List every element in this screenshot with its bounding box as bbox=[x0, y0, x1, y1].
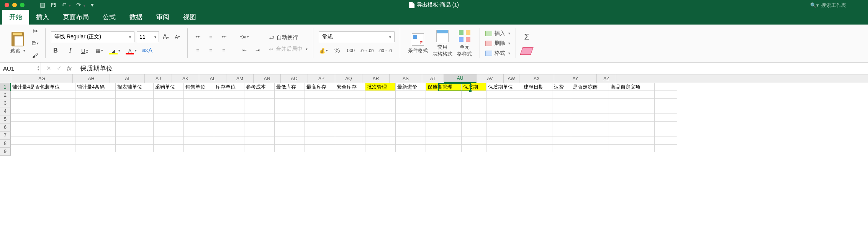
cell-AU6[interactable] bbox=[486, 122, 522, 129]
row-header-4[interactable]: 4 bbox=[0, 107, 11, 115]
cell-AU8[interactable] bbox=[486, 137, 522, 145]
cell-AU4[interactable] bbox=[486, 106, 522, 114]
cut-button[interactable]: ✂ bbox=[31, 26, 40, 36]
cell-AR8[interactable] bbox=[396, 137, 426, 145]
column-header-AT[interactable]: AT bbox=[422, 74, 444, 83]
align-right-button[interactable]: ≡ bbox=[219, 45, 228, 54]
cell-AU3[interactable] bbox=[486, 99, 522, 106]
cell-AJ4[interactable] bbox=[154, 106, 184, 114]
cell-AN2[interactable] bbox=[275, 91, 305, 99]
cell-AG9[interactable] bbox=[11, 145, 75, 152]
tab-审阅[interactable]: 审阅 bbox=[149, 10, 176, 25]
cell-AM4[interactable] bbox=[244, 106, 275, 114]
cell-AG3[interactable] bbox=[11, 99, 75, 106]
cell-AL5[interactable] bbox=[214, 114, 244, 122]
cell-AZ2[interactable] bbox=[655, 91, 677, 99]
cell-AN4[interactable] bbox=[275, 106, 305, 114]
cell-AJ6[interactable] bbox=[154, 122, 184, 129]
borders-button[interactable]: ▦ ▾ bbox=[95, 46, 104, 55]
percent-button[interactable]: % bbox=[332, 46, 342, 55]
cell-AX8[interactable] bbox=[571, 137, 609, 145]
cell-AJ7[interactable] bbox=[154, 129, 184, 137]
column-header-AO[interactable]: AO bbox=[281, 74, 308, 83]
cell-AO1[interactable]: 最高库存 bbox=[305, 83, 335, 91]
cell-AS8[interactable] bbox=[426, 137, 462, 145]
cell-AM8[interactable] bbox=[244, 137, 275, 145]
cell-AM5[interactable] bbox=[244, 114, 275, 122]
cell-AJ9[interactable] bbox=[154, 145, 184, 152]
decrease-font-button[interactable]: A▾ bbox=[173, 32, 182, 41]
search-input[interactable] bbox=[821, 2, 864, 8]
align-middle-button[interactable]: ≡ bbox=[206, 32, 215, 41]
cell-AT1[interactable]: 保质期 bbox=[462, 83, 486, 91]
delete-cells-button[interactable]: 删除 ▾ bbox=[485, 40, 510, 47]
column-header-AY[interactable]: AY bbox=[554, 74, 597, 83]
cell-AR3[interactable] bbox=[396, 99, 426, 106]
close-window-button[interactable] bbox=[5, 3, 9, 7]
align-top-button[interactable]: ⬴ bbox=[193, 32, 202, 41]
cell-AJ1[interactable]: 采购单位 bbox=[154, 83, 184, 91]
tab-公式[interactable]: 公式 bbox=[96, 10, 123, 25]
underline-button[interactable]: U ▾ bbox=[80, 46, 89, 55]
cell-AP1[interactable]: 安全库存 bbox=[335, 83, 365, 91]
column-header-AX[interactable]: AX bbox=[519, 74, 554, 83]
cell-AK4[interactable] bbox=[184, 106, 214, 114]
cell-AR9[interactable] bbox=[396, 145, 426, 152]
cell-AS9[interactable] bbox=[426, 145, 462, 152]
cell-AH3[interactable] bbox=[75, 99, 116, 106]
cell-AI4[interactable] bbox=[116, 106, 154, 114]
cell-AQ7[interactable] bbox=[365, 129, 396, 137]
cell-AY7[interactable] bbox=[609, 129, 655, 137]
cell-AI8[interactable] bbox=[116, 137, 154, 145]
cell-AU1[interactable]: 保质期单位 bbox=[486, 83, 522, 91]
cell-AJ3[interactable] bbox=[154, 99, 184, 106]
cell-AO6[interactable] bbox=[305, 122, 335, 129]
cell-AH9[interactable] bbox=[75, 145, 116, 152]
cell-AP4[interactable] bbox=[335, 106, 365, 114]
cell-AO9[interactable] bbox=[305, 145, 335, 152]
cell-AT4[interactable] bbox=[462, 106, 486, 114]
fx-icon[interactable]: fx bbox=[67, 65, 72, 72]
format-as-table-button[interactable]: 套用 表格格式 bbox=[430, 29, 455, 58]
increase-indent-button[interactable]: ⇥ bbox=[253, 45, 262, 54]
font-size-select[interactable]: 11▾ bbox=[137, 31, 159, 42]
cell-AT8[interactable] bbox=[462, 137, 486, 145]
cell-AX5[interactable] bbox=[571, 114, 609, 122]
cell-AZ7[interactable] bbox=[655, 129, 677, 137]
cell-AN5[interactable] bbox=[275, 114, 305, 122]
cell-AW4[interactable] bbox=[552, 106, 571, 114]
cell-AV1[interactable]: 建档日期 bbox=[522, 83, 552, 91]
cell-AO4[interactable] bbox=[305, 106, 335, 114]
qat-customize-icon[interactable]: ▾ bbox=[91, 2, 94, 8]
column-header-AV[interactable]: AV bbox=[477, 74, 504, 83]
cell-AQ5[interactable] bbox=[365, 114, 396, 122]
cell-AY2[interactable] bbox=[609, 91, 655, 99]
cell-AN7[interactable] bbox=[275, 129, 305, 137]
cell-AX6[interactable] bbox=[571, 122, 609, 129]
cell-AZ1[interactable] bbox=[655, 83, 677, 91]
cell-AK9[interactable] bbox=[184, 145, 214, 152]
row-header-8[interactable]: 8 bbox=[0, 140, 11, 148]
cell-AI2[interactable] bbox=[116, 91, 154, 99]
cell-AV9[interactable] bbox=[522, 145, 552, 152]
cell-AS3[interactable] bbox=[426, 99, 462, 106]
cell-AS4[interactable] bbox=[426, 106, 462, 114]
maximize-window-button[interactable] bbox=[20, 3, 25, 7]
cell-AH2[interactable] bbox=[75, 91, 116, 99]
cell-AQ3[interactable] bbox=[365, 99, 396, 106]
cell-AV2[interactable] bbox=[522, 91, 552, 99]
cell-AZ8[interactable] bbox=[655, 137, 677, 145]
cell-AU2[interactable] bbox=[486, 91, 522, 99]
cell-AW8[interactable] bbox=[552, 137, 571, 145]
cell-AR7[interactable] bbox=[396, 129, 426, 137]
cell-AK3[interactable] bbox=[184, 99, 214, 106]
column-header-AU[interactable]: AU bbox=[444, 74, 477, 83]
cell-AU5[interactable] bbox=[486, 114, 522, 122]
cell-AU7[interactable] bbox=[486, 129, 522, 137]
name-box[interactable]: AU1 ▴▾ bbox=[0, 63, 41, 74]
cell-AR2[interactable] bbox=[396, 91, 426, 99]
row-header-9[interactable]: 9 bbox=[0, 148, 11, 156]
row-header-7[interactable]: 7 bbox=[0, 132, 11, 140]
cell-AK6[interactable] bbox=[184, 122, 214, 129]
insert-cells-button[interactable]: 插入 ▾ bbox=[485, 30, 510, 37]
